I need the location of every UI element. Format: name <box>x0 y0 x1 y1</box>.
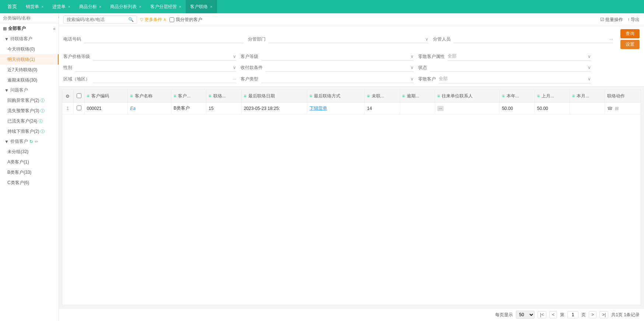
sidebar-churned[interactable]: 已流失客户(24) ⓘ <box>0 116 59 126</box>
col-customer-code[interactable]: ≡ 客户编码 <box>84 90 128 103</box>
payment-select[interactable]: ∨ <box>266 64 413 72</box>
more-conditions-button[interactable]: ▽ 更多条件 ∧ <box>140 17 167 23</box>
prev-page-button[interactable]: < <box>549 311 557 318</box>
checkbox-icon: ☑ <box>600 17 604 22</box>
refresh-icon[interactable]: ↻ <box>29 139 33 144</box>
edit-icon[interactable]: ✏ <box>35 139 38 144</box>
dept-select[interactable]: ∨ <box>269 35 428 43</box>
col-this-month[interactable]: ≡ 本月... <box>570 90 605 103</box>
select-all-checkbox[interactable] <box>77 93 81 98</box>
nav-product-analysis-list[interactable]: 商品分析列表 × <box>106 0 146 13</box>
customer-level-select[interactable]: ∨ <box>93 53 236 61</box>
export-button[interactable]: ↑ 导出 <box>627 17 640 23</box>
filter-retail-attr: 零散客户属性 全部 ∨ <box>418 52 591 61</box>
filter-row-3: 性别 ∨ 收付款条件 ∨ 状态 ∨ <box>63 64 640 72</box>
close-product-analysis-list-icon[interactable]: × <box>139 4 141 9</box>
settings-button[interactable]: 设置 <box>620 40 640 49</box>
sidebar-7days-contact[interactable]: 近7天待联络(0) <box>0 65 59 75</box>
sidebar-overdue-contact[interactable]: 逾期未联络(30) <box>0 75 59 85</box>
row-uncontacted: 14 <box>365 103 400 114</box>
nav-sales-order[interactable]: 销货单 × <box>21 0 48 13</box>
top-navigation: 首页 销货单 × 进货单 × 商品分析 × 商品分析列表 × 客户分层经营 × … <box>0 0 644 13</box>
nav-purchase-order[interactable]: 进货单 × <box>48 0 74 13</box>
page-number-input[interactable] <box>567 311 578 318</box>
row-checkbox-cell[interactable] <box>73 103 84 114</box>
col-customer-name[interactable]: ≡ 客户名称 <box>128 90 171 103</box>
filter-status: 状态 ∨ <box>418 64 591 72</box>
row-type: B类客户 <box>171 103 206 114</box>
col-last-contact-date[interactable]: ≡ 最后联络日期 <box>241 90 307 103</box>
col-uncontacted[interactable]: ≡ 未联... <box>365 90 400 103</box>
my-customers-check[interactable] <box>169 17 174 22</box>
phone-input[interactable] <box>84 35 244 43</box>
row-name: Ea <box>128 103 171 114</box>
last-page-button[interactable]: >| <box>599 311 608 318</box>
close-purchase-order-icon[interactable]: × <box>68 4 70 9</box>
all-customers-header[interactable]: ⊞ 全部客户 « <box>0 23 59 34</box>
area-ellipsis-icon: ··· <box>232 76 236 82</box>
manager-picker[interactable]: ··· <box>454 35 613 43</box>
settings-gear-icon[interactable]: ⚙ <box>66 94 70 99</box>
col-contact-count[interactable]: ≡ 联络... <box>206 90 241 103</box>
sidebar-class-a[interactable]: A类客户(1) <box>0 157 59 167</box>
batch-operations-button[interactable]: ☑ 批量操作 <box>600 17 623 23</box>
retail-customer-select[interactable]: 全部 ∨ <box>439 75 591 83</box>
retail-attr-select[interactable]: 全部 ∨ <box>448 52 591 61</box>
gender-select[interactable]: ∨ <box>75 64 236 72</box>
grid-action-icon[interactable]: ⊞ <box>615 106 619 111</box>
col-checkbox-header[interactable] <box>73 90 84 103</box>
customer-grade-select[interactable]: ∨ <box>261 53 413 61</box>
sidebar-class-b[interactable]: B类客户(33) <box>0 167 59 177</box>
nav-customer-tier[interactable]: 客户分层经营 × <box>146 0 186 13</box>
search-box[interactable]: 🔍 <box>63 15 137 24</box>
search-icon[interactable]: 🔍 <box>128 17 134 22</box>
next-page-button[interactable]: > <box>589 311 596 318</box>
sidebar-search-input[interactable] <box>3 15 58 21</box>
sidebar-today-contact[interactable]: 今天待联络(0) <box>0 44 59 54</box>
value-customers-group[interactable]: ▼ 价值客户 ↻ ✏ <box>0 137 59 146</box>
close-customer-contact-icon[interactable]: × <box>210 4 212 9</box>
close-customer-tier-icon[interactable]: × <box>179 4 181 9</box>
close-product-analysis-icon[interactable]: × <box>99 4 101 9</box>
row-this-month <box>570 103 605 114</box>
sidebar-declining[interactable]: 持续下滑客户(2) ⓘ <box>0 126 59 137</box>
phone-action-icon[interactable]: ☎ <box>607 106 613 111</box>
customer-type-select[interactable]: ∨ <box>261 75 413 83</box>
filter-payment: 收付款条件 ∨ <box>241 64 413 72</box>
sidebar: 🔍 ⊞ 全部客户 « ▼ 待联络客户 今天待联络(0) 明天待联络(1) 近7天… <box>0 13 59 321</box>
sidebar-repurchase-abnormal[interactable]: 回购异常客户(2) ⓘ <box>0 95 59 106</box>
sidebar-class-c[interactable]: C类客户(6) <box>0 177 59 188</box>
row-checkbox[interactable] <box>77 106 81 110</box>
col-last-contact-method[interactable]: ≡ 最后联络方式 <box>307 90 364 103</box>
col-contact-person[interactable]: ≡ 往来单位联系人 <box>435 90 500 103</box>
query-button[interactable]: 查询 <box>620 29 640 38</box>
problem-customers-group[interactable]: ▼ 问题客户 <box>0 85 59 95</box>
col-last-month[interactable]: ≡ 上月... <box>535 90 570 103</box>
gender-chevron-icon: ∨ <box>233 65 236 70</box>
nav-product-analysis[interactable]: 商品分析 × <box>75 0 106 13</box>
collapse-icon[interactable]: « <box>53 26 56 31</box>
table-row: 1 000021 Ea B类客户 15 2023-05-23 18:25: 下销… <box>62 103 641 114</box>
col-overdue[interactable]: ≡ 逾期... <box>400 90 435 103</box>
per-page-select[interactable]: 50 100 200 <box>516 311 535 319</box>
row-contact-count: 15 <box>206 103 241 114</box>
sidebar-ungrouped[interactable]: 未分组(32) <box>0 146 59 157</box>
nav-customer-contact[interactable]: 客户联络 × <box>186 0 217 13</box>
first-page-button[interactable]: |< <box>538 311 546 318</box>
sidebar-search-bar[interactable]: 🔍 <box>0 13 59 23</box>
row-code: 000021 <box>84 103 128 114</box>
pending-contact-group[interactable]: ▼ 待联络客户 <box>0 34 59 44</box>
sidebar-tomorrow-contact[interactable]: 明天待联络(1) <box>0 54 59 65</box>
area-picker[interactable]: ··· <box>93 75 236 83</box>
my-customers-checkbox[interactable]: 我分管的客户 <box>169 17 202 23</box>
col-gear-header[interactable]: ⚙ <box>62 90 73 103</box>
filter-phone: 电话号码 <box>63 35 244 43</box>
export-icon: ↑ <box>627 17 630 22</box>
col-customer-type[interactable]: ≡ 客户... <box>171 90 206 103</box>
col-this-year[interactable]: ≡ 本年... <box>500 90 535 103</box>
nav-home[interactable]: 首页 <box>3 0 21 13</box>
close-sales-order-icon[interactable]: × <box>41 4 43 9</box>
status-select[interactable]: ∨ <box>430 64 591 72</box>
sidebar-churn-warning[interactable]: 流失预警客户(3) ⓘ <box>0 106 59 116</box>
search-input[interactable] <box>67 17 128 22</box>
